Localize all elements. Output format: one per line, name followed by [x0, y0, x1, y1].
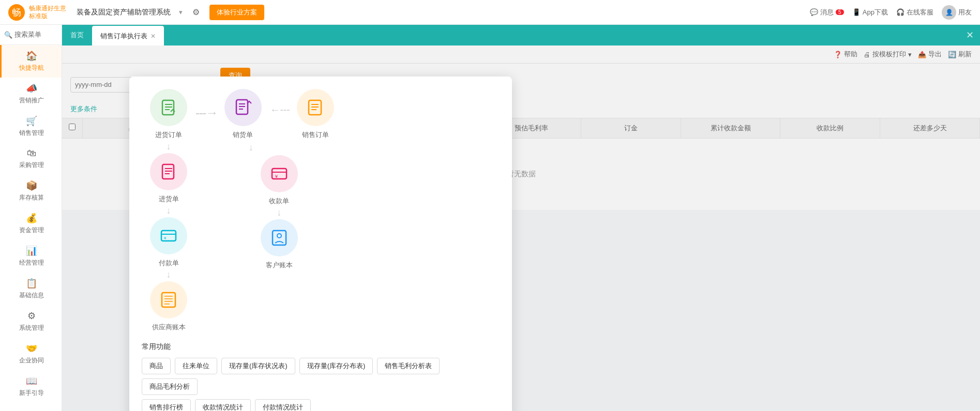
search-icon: 🔍: [4, 31, 12, 39]
arrow-down-1: ↓: [167, 142, 171, 151]
svg-rect-11: [162, 293, 175, 307]
func-btn-stock-dist[interactable]: 现存量(库存分布表): [299, 358, 373, 374]
phone-icon: 📱: [852, 8, 861, 16]
flow-connector-left: - - - →: [195, 89, 216, 151]
cart-icon: 🛒: [26, 115, 37, 127]
func-btn-sales-margin[interactable]: 销售毛利分析表: [377, 358, 440, 374]
svg-text:¥: ¥: [163, 236, 167, 240]
user-menu-button[interactable]: 👤 用友: [942, 5, 972, 20]
handshake-icon: 🤝: [26, 343, 37, 354]
logo-area: 畅 畅康通好生意 标准版: [8, 4, 70, 21]
func-buttons-row-1: 商品 往来单位 现存量(库存状况表) 现存量(库存分布表) 销售毛利分析表 商品…: [142, 358, 500, 395]
tab-bar: 首页 销售订单执行表 ✕ ✕: [62, 25, 980, 45]
app-download-button[interactable]: 📱 App下载: [852, 8, 888, 17]
supplier-account-circle: [150, 281, 187, 318]
arrow-down-2: ↓: [167, 206, 171, 215]
payment-bill-label: 付款单: [159, 258, 179, 268]
customer-account-label: 客户账本: [266, 261, 293, 270]
top-bar-right: 💬 消息 5 📱 App下载 🎧 在线客服 👤 用友: [810, 5, 972, 20]
flow-row-top: 销货单 ← - - - 销售订单: [216, 89, 342, 140]
close-panel-button[interactable]: ✕: [966, 29, 980, 41]
func-btn-receipt-stats[interactable]: 收款情况统计: [195, 399, 251, 411]
message-button[interactable]: 💬 消息 5: [810, 8, 844, 17]
func-buttons-row-2: 销售排行榜 收款情况统计 付款情况统计: [142, 399, 500, 411]
purchase-order-circle: [150, 89, 187, 126]
sidebar-item-basic-info[interactable]: 📋 基础信息: [0, 272, 62, 305]
user-avatar: 👤: [942, 5, 956, 20]
content-area: 首页 销售订单执行表 ✕ ✕ ❓ 帮助 🖨: [62, 25, 980, 411]
flow-node-payment-bill[interactable]: ¥ 付款单: [150, 217, 187, 268]
flow-node-supplier-account[interactable]: 供应商账本: [150, 281, 187, 332]
receipt-bill-label: 收款单: [269, 196, 289, 206]
func-btn-goods[interactable]: 商品: [142, 358, 171, 374]
payment-bill-circle: ¥: [150, 217, 187, 254]
arrow-dashed-h: ← - - -: [270, 104, 289, 116]
message-badge: 5: [836, 9, 844, 15]
flow-node-purchase-order[interactable]: 进货订单: [150, 89, 187, 140]
sidebar-item-sales[interactable]: 🛒 销售管理: [0, 110, 62, 143]
sales-bill-label: 销货单: [233, 130, 253, 140]
clipboard-icon: 📋: [26, 278, 37, 289]
top-bar-left: 畅 畅康通好生意 标准版 装备及固定资产辅助管理系统 ▾ ⚙ 体验行业方案: [8, 4, 264, 21]
sidebar-item-inventory[interactable]: 📦 库存核算: [0, 175, 62, 207]
money-icon: 💰: [26, 212, 37, 224]
sidebar-item-system[interactable]: ⚙ 系统管理: [0, 305, 62, 338]
func-btn-stock-status[interactable]: 现存量(库存状况表): [221, 358, 295, 374]
func-btn-partner[interactable]: 往来单位: [175, 358, 217, 374]
experience-button[interactable]: 体验行业方案: [209, 5, 264, 20]
svg-rect-24: [272, 169, 287, 179]
purchase-bill-label: 进货单: [159, 194, 179, 204]
online-service-button[interactable]: 🎧 在线客服: [896, 8, 933, 17]
top-bar: 畅 畅康通好生意 标准版 装备及固定资产辅助管理系统 ▾ ⚙ 体验行业方案 💬 …: [0, 0, 980, 25]
megaphone-icon: 📣: [26, 83, 37, 94]
flow-node-sales-order[interactable]: 销售订单: [297, 89, 334, 140]
sidebar-item-finance[interactable]: 💰 资金管理: [0, 207, 62, 240]
arrow-down-3: ↓: [167, 270, 171, 279]
message-icon: 💬: [810, 8, 818, 16]
logo-text: 畅康通好生意 标准版: [29, 5, 66, 20]
popup-panel: 进货订单 ↓ 进货单: [129, 77, 512, 411]
flow-node-receipt-bill[interactable]: ¥ 收款单: [261, 155, 298, 206]
common-functions: 常用功能 商品 往来单位 现存量(库存状况表) 现存量(库存分布表) 销售毛利分…: [142, 342, 500, 411]
sidebar-item-operations[interactable]: 📊 经营管理: [0, 240, 62, 272]
flow-node-customer-account[interactable]: 客户账本: [261, 219, 298, 270]
customer-account-circle: [261, 219, 298, 256]
arrow-h-1: - - - →: [195, 105, 216, 120]
sidebar-item-guide[interactable]: 📖 新手引导: [0, 370, 62, 403]
dropdown-icon[interactable]: ▾: [179, 8, 183, 16]
sidebar-item-quick-nav[interactable]: 🏠 快捷导航: [0, 45, 62, 78]
func-btn-goods-margin[interactable]: 商品毛利分析: [142, 378, 198, 395]
svg-point-28: [277, 234, 281, 238]
common-functions-title: 常用功能: [142, 342, 500, 352]
headset-icon: 🎧: [896, 8, 904, 16]
func-btn-payment-stats[interactable]: 付款情况统计: [255, 399, 311, 411]
sidebar-item-marketing[interactable]: 📣 营销推广: [0, 78, 62, 110]
home-icon: 🏠: [26, 50, 37, 62]
flow-col-right: 销货单 ← - - - 销售订单: [216, 89, 342, 270]
tab-sales-exec[interactable]: 销售订单执行表 ✕: [92, 26, 164, 47]
sidebar-search[interactable]: 🔍 搜索菜单: [0, 25, 62, 45]
page-content: ❓ 帮助 🖨 按模板打印 ▾ 📤 导出 🔄 刷新: [62, 45, 980, 411]
main-area: 🔍 搜索菜单 🏠 快捷导航 📣 营销推广 🛒 销售管理 🛍 采购管理 📦: [0, 25, 980, 411]
arrow-down-receipt: ↓: [277, 208, 281, 217]
sales-bill-circle: [224, 89, 262, 126]
tab-home[interactable]: 首页: [62, 25, 92, 45]
settings-gear-button[interactable]: ⚙: [189, 5, 203, 20]
sidebar-item-enterprise[interactable]: 🤝 企业协同: [0, 338, 62, 370]
tab-home-label: 首页: [70, 31, 84, 40]
logo-icon: 畅: [8, 4, 25, 21]
tab-sales-exec-label: 销售订单执行表: [100, 32, 147, 41]
book-icon: 📖: [26, 375, 37, 387]
popup-overlay[interactable]: 进货订单 ↓ 进货单: [62, 45, 980, 411]
sidebar: 🔍 搜索菜单 🏠 快捷导航 📣 营销推广 🛒 销售管理 🛍 采购管理 📦: [0, 25, 62, 411]
flow-node-purchase-bill[interactable]: 进货单: [150, 153, 187, 204]
chart-icon: 📊: [26, 245, 37, 256]
receipt-bill-circle: ¥: [261, 155, 298, 192]
flow-diagram: 进货订单 ↓ 进货单: [142, 89, 500, 332]
flow-node-sales-bill[interactable]: 销货单: [224, 89, 262, 140]
arrow-down-sales-bill: ↓: [249, 143, 253, 152]
func-btn-sales-rank[interactable]: 销售排行榜: [142, 399, 191, 411]
sidebar-item-purchase[interactable]: 🛍 采购管理: [0, 143, 62, 175]
flow-col-left: 进货订单 ↓ 进货单: [142, 89, 195, 332]
tab-close-icon[interactable]: ✕: [150, 33, 156, 40]
